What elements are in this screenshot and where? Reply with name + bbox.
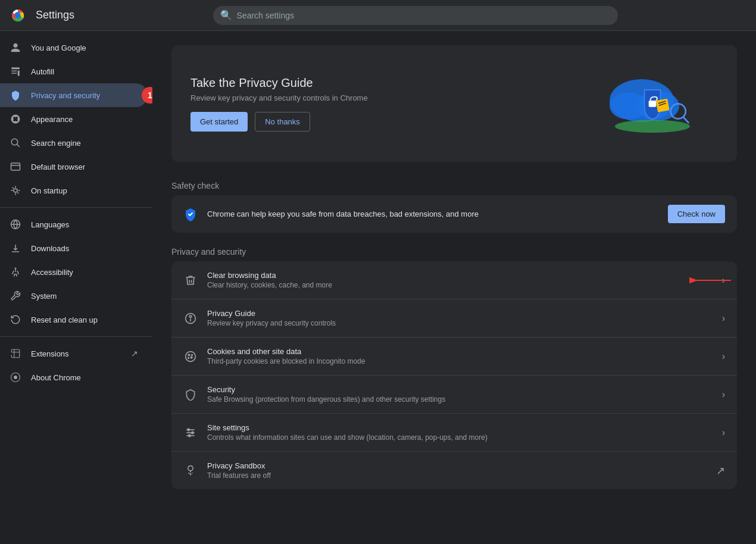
reset-icon	[10, 314, 21, 326]
clear-browsing-title: Clear browsing data	[207, 271, 713, 280]
sidebar-label-languages: Languages	[31, 220, 138, 229]
shield-icon	[10, 89, 21, 101]
security-desc: Safe Browsing (protection from dangerous…	[207, 395, 713, 404]
chrome-logo-icon	[10, 7, 26, 24]
sidebar-item-downloads[interactable]: Downloads	[0, 236, 148, 260]
sidebar-item-reset-clean[interactable]: Reset and clean up	[0, 308, 148, 332]
banner-text: Take the Privacy Guide Review key privac…	[190, 76, 368, 132]
privacy-sandbox-title: Privacy Sandbox	[207, 461, 707, 470]
system-icon	[10, 290, 21, 302]
autofill-icon	[10, 65, 21, 77]
settings-item-site-settings[interactable]: Site settings Controls what information …	[171, 414, 737, 452]
no-thanks-button[interactable]: No thanks	[255, 112, 310, 132]
privacy-sandbox-icon	[183, 464, 198, 478]
settings-item-cookies[interactable]: Cookies and other site data Third-party …	[171, 337, 737, 376]
sidebar-label-privacy-security: Privacy and security	[31, 91, 138, 100]
privacy-security-section-title: Privacy and security	[171, 247, 737, 257]
sidebar-item-search-engine[interactable]: Search engine	[0, 131, 148, 155]
svg-rect-21	[649, 101, 657, 107]
settings-item-privacy-sandbox[interactable]: Privacy Sandbox Trial features are off ↗	[171, 452, 737, 489]
sidebar-item-appearance[interactable]: Appearance	[0, 107, 148, 131]
privacy-guide-content: Privacy Guide Review key privacy and sec…	[207, 309, 713, 327]
sidebar-label-system: System	[31, 292, 138, 301]
trash-icon	[183, 273, 198, 287]
chevron-right-icon-4: ›	[722, 427, 725, 438]
svg-point-8	[12, 118, 14, 120]
sidebar-label-on-startup: On startup	[31, 186, 138, 195]
site-settings-desc: Controls what information sites can use …	[207, 433, 713, 442]
sidebar-item-languages[interactable]: Languages	[0, 212, 148, 236]
accessibility-icon	[10, 266, 21, 278]
svg-point-40	[189, 434, 190, 436]
chevron-right-icon-2: ›	[722, 351, 725, 362]
svg-point-33	[188, 357, 189, 358]
svg-point-7	[15, 121, 17, 123]
privacy-guide-banner: Take the Privacy Guide Review key privac…	[171, 45, 737, 162]
sidebar-label-downloads: Downloads	[31, 244, 138, 253]
sidebar-item-about-chrome[interactable]: About Chrome	[0, 365, 148, 389]
sidebar-item-on-startup[interactable]: On startup	[0, 179, 148, 202]
svg-point-39	[192, 432, 193, 433]
sidebar-item-extensions[interactable]: Extensions ↗	[0, 342, 148, 365]
sidebar-label-appearance: Appearance	[31, 115, 138, 124]
check-now-button[interactable]: Check now	[668, 205, 725, 223]
external-link-icon: ↗	[131, 349, 138, 358]
svg-point-27	[615, 120, 690, 133]
svg-point-17	[14, 376, 17, 379]
sidebar-item-system[interactable]: System	[0, 284, 148, 308]
settings-item-privacy-guide[interactable]: Privacy Guide Review key privacy and sec…	[171, 299, 737, 337]
search-input[interactable]	[213, 6, 618, 25]
svg-point-5	[15, 115, 17, 117]
sidebar-item-autofill[interactable]: Autofill	[0, 60, 148, 83]
svg-point-6	[17, 118, 19, 120]
safety-shield-icon	[183, 207, 198, 221]
svg-line-26	[683, 117, 689, 123]
privacy-guide-desc: Review key privacy and security controls	[207, 319, 713, 327]
sidebar-divider-1	[0, 207, 152, 208]
cookies-desc: Third-party cookies are blocked in Incog…	[207, 357, 713, 365]
settings-item-security[interactable]: Security Safe Browsing (protection from …	[171, 376, 737, 414]
sidebar-item-you-and-google[interactable]: You and Google	[0, 36, 148, 60]
svg-rect-11	[11, 163, 20, 170]
clear-browsing-content: Clear browsing data Clear history, cooki…	[207, 271, 713, 289]
clear-browsing-desc: Clear history, cookies, cache, and more	[207, 281, 713, 289]
sidebar-label-reset-clean: Reset and clean up	[31, 315, 138, 324]
site-settings-icon	[183, 426, 198, 440]
topbar: Settings 🔍	[0, 0, 756, 31]
sidebar-label-search-engine: Search engine	[31, 139, 138, 148]
privacy-security-list: Clear browsing data Clear history, cooki…	[171, 261, 737, 489]
sidebar-item-accessibility[interactable]: Accessibility	[0, 260, 148, 284]
sidebar-divider-2	[0, 336, 152, 337]
sidebar-label-accessibility: Accessibility	[31, 268, 138, 277]
svg-point-30	[186, 351, 196, 361]
privacy-sandbox-content: Privacy Sandbox Trial features are off	[207, 461, 707, 480]
extensions-icon	[10, 348, 21, 359]
site-settings-content: Site settings Controls what information …	[207, 423, 713, 442]
safety-check-section-title: Safety check	[171, 181, 737, 190]
safety-check-card: Chrome can help keep you safe from data …	[171, 195, 737, 233]
sidebar-label-extensions: Extensions	[31, 349, 121, 358]
sidebar-label-you-and-google: You and Google	[31, 43, 138, 52]
cookies-content: Cookies and other site data Third-party …	[207, 347, 713, 365]
settings-item-clear-browsing[interactable]: Clear browsing data Clear history, cooki…	[171, 261, 737, 299]
downloads-icon	[10, 242, 21, 254]
site-settings-title: Site settings	[207, 423, 713, 432]
svg-point-29	[189, 315, 191, 317]
svg-rect-22	[656, 99, 670, 112]
banner-buttons: Get started No thanks	[190, 112, 368, 132]
security-icon	[183, 387, 198, 402]
get-started-button[interactable]: Get started	[190, 112, 248, 132]
safety-check-description: Chrome can help keep you safe from data …	[207, 210, 658, 218]
security-title: Security	[207, 385, 713, 394]
banner-illustration	[599, 62, 718, 145]
cookies-title: Cookies and other site data	[207, 347, 713, 356]
svg-point-13	[14, 189, 17, 192]
person-icon	[10, 42, 21, 54]
security-content: Security Safe Browsing (protection from …	[207, 385, 713, 404]
search-bar: 🔍	[213, 6, 618, 25]
sidebar-item-privacy-security[interactable]: Privacy and security 1	[0, 83, 148, 107]
banner-title: Take the Privacy Guide	[190, 76, 368, 90]
chevron-right-icon-3: ›	[722, 389, 725, 400]
svg-point-2	[15, 12, 21, 18]
sidebar-item-default-browser[interactable]: Default browser	[0, 155, 148, 179]
